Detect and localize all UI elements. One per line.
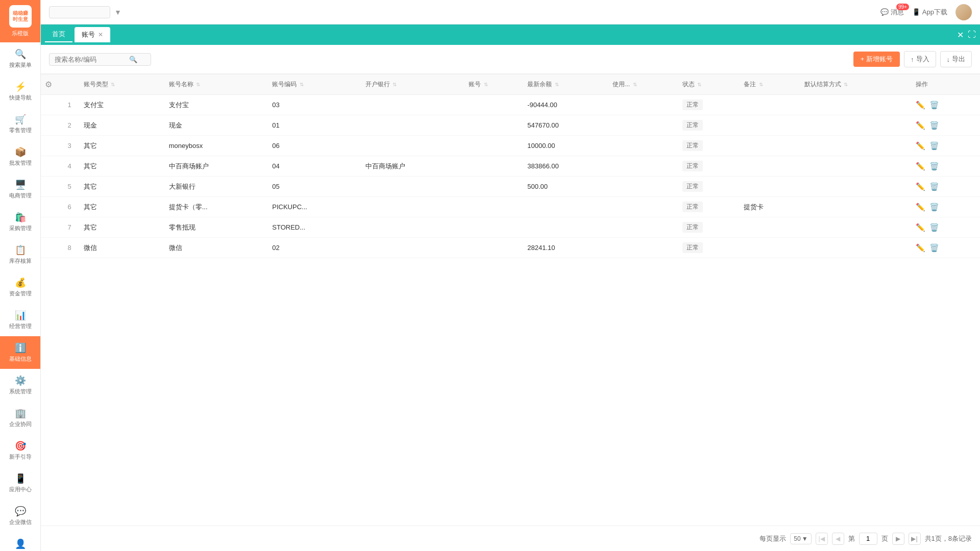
edit-icon[interactable]: ✏️ [916,141,925,151]
sidebar-item-finance[interactable]: 💰 资金管理 [0,271,40,304]
app-download-button[interactable]: 📱 App下载 [912,8,947,17]
page-suffix: 页 [881,534,888,543]
page-prev-button[interactable]: ◀ [832,533,844,545]
col-balance-header[interactable]: 最新余额 ⇅ [523,74,608,95]
col-gear-header: ⚙ [41,74,59,95]
col-remark-header[interactable]: 备注 ⇅ [740,74,800,95]
row-name: 提货卡（零... [165,197,268,217]
sidebar-item-guide[interactable]: 🎯 新手引导 [0,434,40,467]
add-account-button[interactable]: + 新增账号 [853,52,900,67]
col-account-header[interactable]: 账号 ⇅ [464,74,523,95]
per-page-select[interactable]: 50 ▼ [790,533,811,544]
sidebar-item-company[interactable]: 🏢 企业协同 [0,402,40,434]
topbar-search-input[interactable] [49,6,110,18]
delete-icon[interactable]: 🗑️ [929,203,939,212]
sidebar-item-system[interactable]: ⚙️ 系统管理 [0,369,40,402]
tab-account-close[interactable]: ✕ [98,31,103,38]
col-code-header[interactable]: 账号编码 ⇅ [268,74,361,95]
col-type-header[interactable]: 账号类型 ⇅ [80,74,165,95]
row-actions: ✏️ 🗑️ [912,217,980,238]
row-gear [41,95,59,115]
row-gear [41,156,59,177]
per-page-arrow: ▼ [802,535,808,542]
row-type: 现金 [80,115,165,136]
basic-icon: ℹ️ [15,342,26,354]
col-name-header[interactable]: 账号名称 ⇅ [165,74,268,95]
delete-icon[interactable]: 🗑️ [929,162,939,171]
row-num: 1 [59,95,80,115]
import-button[interactable]: ↑ 导入 [904,51,936,67]
edit-icon[interactable]: ✏️ [916,203,925,212]
delete-icon[interactable]: 🗑️ [929,182,939,191]
tab-fullscreen-icon[interactable]: ⛶ [968,30,976,40]
sidebar-item-bizwechat[interactable]: 💬 企业微信 [0,499,40,532]
sidebar-item-quicknav[interactable]: ⚡ 快捷导航 [0,75,40,108]
row-usage [608,115,678,136]
row-status: 正常 [678,115,740,136]
sidebar: 稳稳赚时生意 乐橙版 🔍 搜索菜单 ⚡ 快捷导航 🛒 零售管理 📦 批发管理 🖥… [0,0,41,551]
message-button[interactable]: 💬 消息 99+ [880,8,904,17]
col-bank-header[interactable]: 开户银行 ⇅ [361,74,465,95]
delete-icon[interactable]: 🗑️ [929,243,939,253]
delete-icon[interactable]: 🗑️ [929,223,939,232]
row-usage [608,156,678,177]
topbar-dropdown-arrow[interactable]: ▼ [114,8,121,16]
action-icons: ✏️ 🗑️ [916,182,976,191]
search-box[interactable]: 🔍 [49,53,151,66]
edit-icon[interactable]: ✏️ [916,101,925,110]
page-next-button[interactable]: ▶ [892,533,904,545]
logo[interactable]: 稳稳赚时生意 乐橙版 [0,0,40,42]
row-bank [361,177,465,197]
edit-icon[interactable]: ✏️ [916,243,925,253]
page-number-input[interactable] [859,533,877,545]
tab-account[interactable]: 账号 ✕ [75,27,110,42]
col-status-header[interactable]: 状态 ⇅ [678,74,740,95]
page-last-button[interactable]: ▶| [909,533,921,545]
inventory-icon: 📋 [15,244,26,256]
page-first-button[interactable]: |◀ [816,533,828,545]
column-settings-button[interactable]: ⚙ [45,80,52,89]
sidebar-item-purchase[interactable]: 🛍️ 采购管理 [0,206,40,238]
edit-icon[interactable]: ✏️ [916,223,925,232]
edit-icon[interactable]: ✏️ [916,182,925,191]
sidebar-item-wholesale[interactable]: 📦 批发管理 [0,140,40,173]
row-bank [361,95,465,115]
edit-icon[interactable]: ✏️ [916,162,925,171]
col-usage-header[interactable]: 使用... ⇅ [608,74,678,95]
sidebar-item-inventory[interactable]: 📋 库存核算 [0,238,40,271]
delete-icon[interactable]: 🗑️ [929,121,939,130]
search-input[interactable] [55,56,126,63]
edit-icon[interactable]: ✏️ [916,121,925,130]
sidebar-item-operations[interactable]: 📊 经营管理 [0,304,40,336]
delete-icon[interactable]: 🗑️ [929,101,939,110]
row-status: 正常 [678,177,740,197]
row-actions: ✏️ 🗑️ [912,197,980,217]
user-avatar[interactable] [955,4,972,20]
tab-home[interactable]: 首页 [45,27,72,42]
table-body: 1 支付宝 支付宝 03 -90444.00 正常 ✏️ 🗑️ 2 现金 现金 … [41,95,980,258]
sidebar-item-basic[interactable]: ℹ️ 基础信息 [0,336,40,369]
status-badge: 正常 [682,242,703,253]
col-settlement-header[interactable]: 默认结算方式 ⇅ [800,74,912,95]
sidebar-label-bizwechat: 企业微信 [9,518,32,526]
sidebar-item-ecommerce[interactable]: 🖥️ 电商管理 [0,173,40,206]
delete-icon[interactable]: 🗑️ [929,141,939,151]
sidebar-item-appcenter[interactable]: 📱 应用中心 [0,467,40,499]
sidebar-nav: 🔍 搜索菜单 ⚡ 快捷导航 🛒 零售管理 📦 批发管理 🖥️ 电商管理 🛍️ 采… [0,42,40,551]
action-icons: ✏️ 🗑️ [916,203,976,212]
row-actions: ✏️ 🗑️ [912,156,980,177]
row-code: PICKUPC... [268,197,361,217]
row-code: 01 [268,115,361,136]
row-bank [361,217,465,238]
row-code: 06 [268,136,361,156]
tab-close-icon[interactable]: ✕ [957,30,964,40]
sidebar-item-member[interactable]: 👤 畅会员 [0,532,40,551]
sidebar-item-search[interactable]: 🔍 搜索菜单 [0,42,40,75]
export-button[interactable]: ↓ 导出 [940,51,972,67]
page-label: 第 [848,534,855,543]
tab-home-label: 首页 [52,30,65,39]
row-num: 2 [59,115,80,136]
finance-icon: 💰 [15,277,26,288]
sidebar-item-retail[interactable]: 🛒 零售管理 [0,108,40,140]
row-remark [740,136,800,156]
